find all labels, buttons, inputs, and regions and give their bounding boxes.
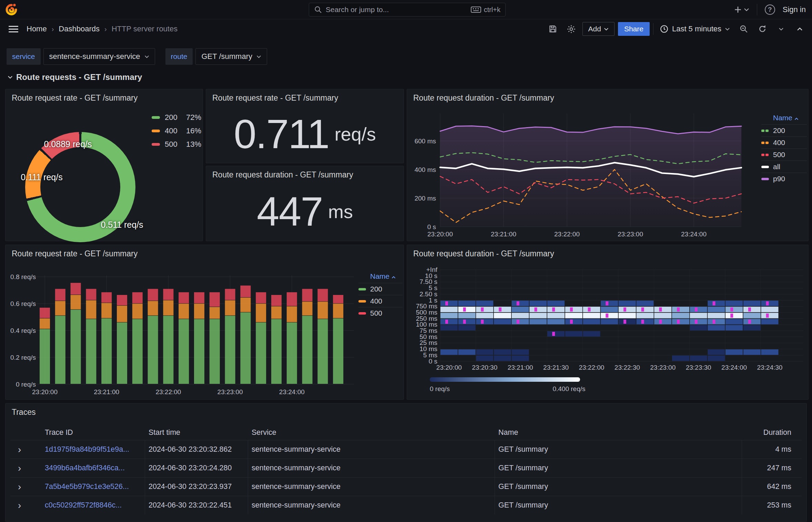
breadcrumb-dashboards[interactable]: Dashboards xyxy=(59,24,100,33)
refresh-interval-dropdown[interactable] xyxy=(773,22,789,36)
sort-asc-icon xyxy=(392,276,396,279)
legend-item-p90[interactable]: p90 xyxy=(761,173,807,185)
zoom-out-button[interactable] xyxy=(736,22,751,36)
expand-row-icon[interactable]: › xyxy=(10,478,41,496)
panel-traces: Traces Trace IDStart timeServiceNameDura… xyxy=(5,403,807,522)
svg-text:23:24:00: 23:24:00 xyxy=(721,364,747,371)
variable-label-service: service xyxy=(7,48,41,65)
legend-item-400[interactable]: 400 xyxy=(761,136,807,149)
breadcrumb-home[interactable]: Home xyxy=(27,24,47,33)
svg-text:23:22:00: 23:22:00 xyxy=(579,364,604,371)
legend-item-500[interactable]: 500 xyxy=(358,307,403,319)
legend-item-500[interactable]: 500 xyxy=(761,149,807,161)
panel-duration-timeseries: Route request duration - GET /summary 0 … xyxy=(407,89,809,241)
panel-request-rate-stat: Route request rate - GET /summary 0.711 … xyxy=(206,89,404,163)
column-header-service[interactable]: Service xyxy=(248,425,495,440)
panel-request-rate-donut: Route request rate - GET /summary 0.511 … xyxy=(5,89,203,241)
legend-color-icon xyxy=(358,300,366,303)
heatmap-plot: +Inf10 s7.50 s5 s2.50 s1 s750 ms500 ms25… xyxy=(407,245,809,400)
svg-text:0 req/s: 0 req/s xyxy=(16,381,36,388)
menu-toggle-icon[interactable] xyxy=(9,26,18,33)
traces-table: Trace IDStart timeServiceNameDuration› 1… xyxy=(10,425,802,514)
svg-text:200 ms: 200 ms xyxy=(415,195,436,202)
legend-color-icon xyxy=(761,154,769,156)
expand-row-icon[interactable]: › xyxy=(10,440,41,459)
legend-item-200[interactable]: 200 xyxy=(761,124,807,136)
breadcrumb-separator: › xyxy=(104,25,107,33)
search-icon xyxy=(314,6,322,14)
timeseries-plot: 0 s200 ms400 ms600 ms23:20:0023:21:0023:… xyxy=(407,89,809,242)
chevron-down-icon xyxy=(604,28,609,31)
stat-value: 447 xyxy=(257,188,323,235)
bar-chart-plot: 0 req/s0.2 req/s0.4 req/s0.6 req/s0.8 re… xyxy=(6,245,404,400)
stat-unit: req/s xyxy=(335,123,376,145)
svg-text:0.8 req/s: 0.8 req/s xyxy=(10,273,36,280)
svg-text:23:24:30: 23:24:30 xyxy=(757,364,782,371)
panel-title: Traces xyxy=(12,408,35,417)
legend-color-icon xyxy=(761,166,769,168)
legend-sort-name[interactable]: Name xyxy=(358,270,403,283)
table-row: › 1d1975f9a84b99f51e9a... 2024-06-30 23:… xyxy=(10,440,802,459)
chevron-down-icon xyxy=(725,28,730,31)
save-dashboard-button[interactable] xyxy=(545,22,560,36)
svg-text:23:24:00: 23:24:00 xyxy=(279,388,305,396)
donut-label-200: 0.511 req/s xyxy=(101,220,143,230)
trace-id-link[interactable]: 7a5b4e5b979c1e3e526... xyxy=(45,482,129,491)
column-header-trace-id[interactable]: Trace ID xyxy=(41,425,145,440)
chevron-down-icon xyxy=(8,75,13,79)
add-panel-button[interactable]: Add xyxy=(582,22,615,36)
variable-label-route: route xyxy=(165,48,193,65)
svg-text:23:24:00: 23:24:00 xyxy=(681,231,707,238)
variable-route-dropdown[interactable]: GET /summary xyxy=(195,48,267,65)
clock-icon xyxy=(660,24,669,33)
share-button[interactable]: Share xyxy=(618,22,650,36)
legend-item-200[interactable]: 200 xyxy=(358,283,403,295)
panel-duration-heatmap: Route request duration - GET /summary +I… xyxy=(407,245,809,400)
legend-item-200[interactable]: 20072% xyxy=(152,111,201,124)
collapse-toolbar-button[interactable] xyxy=(792,22,807,36)
dashboard-row-toggle[interactable]: Route requests - GET /summary xyxy=(8,72,142,82)
svg-text:0.4 req/s: 0.4 req/s xyxy=(10,327,36,334)
add-new-button[interactable] xyxy=(733,5,749,14)
bar-chart-legend: Name 200 400 500 xyxy=(358,270,403,319)
legend-item-400[interactable]: 400 xyxy=(358,295,403,307)
legend-item-400[interactable]: 40016% xyxy=(152,124,201,137)
legend-color-icon xyxy=(358,288,366,290)
panel-title: Route request rate - GET /summary xyxy=(12,93,138,103)
donut-hole xyxy=(40,147,120,227)
chevron-down-icon xyxy=(144,55,149,58)
legend-sort-name[interactable]: Name xyxy=(761,112,807,124)
search-input[interactable]: Search or jump to... ctrl+k xyxy=(309,3,506,17)
panel-title: Route request rate - GET /summary xyxy=(212,93,338,103)
legend-item-all[interactable]: all xyxy=(761,161,807,173)
variable-service-dropdown[interactable]: sentence-summary-service xyxy=(43,48,155,65)
dashboard-settings-button[interactable] xyxy=(564,22,579,36)
stat-value: 0.711 xyxy=(234,111,329,157)
panel-title: Route request duration - GET /summary xyxy=(413,93,554,103)
legend-item-500[interactable]: 50013% xyxy=(152,137,201,151)
help-icon[interactable]: ? xyxy=(765,4,775,15)
svg-text:0.2 req/s: 0.2 req/s xyxy=(10,354,36,361)
refresh-button[interactable] xyxy=(755,22,770,36)
svg-text:23:20:00: 23:20:00 xyxy=(32,388,58,396)
chevron-down-icon xyxy=(744,8,749,11)
trace-id-link[interactable]: c0c50292ff572f8846c... xyxy=(45,501,122,510)
sign-in-button[interactable]: Sign in xyxy=(783,5,806,14)
svg-text:23:23:00: 23:23:00 xyxy=(217,388,243,396)
time-range-picker[interactable]: Last 5 minutes xyxy=(657,22,733,36)
svg-text:23:21:30: 23:21:30 xyxy=(543,364,569,371)
trace-id-link[interactable]: 3499b6a4bafb6f346ca... xyxy=(45,464,125,472)
column-header-duration[interactable]: Duration xyxy=(742,425,802,440)
expand-row-icon[interactable]: › xyxy=(10,459,41,477)
gear-icon xyxy=(567,24,576,34)
table-row: › c0c50292ff572f8846c... 2024-06-30 23:2… xyxy=(10,496,802,514)
svg-text:23:23:00: 23:23:00 xyxy=(650,364,676,371)
grafana-logo-icon[interactable] xyxy=(5,3,18,17)
breadcrumb-current: HTTP server routes xyxy=(112,24,178,33)
trace-id-link[interactable]: 1d1975f9a84b99f51e9a... xyxy=(45,445,129,454)
divider xyxy=(653,23,653,35)
expand-row-icon[interactable]: › xyxy=(10,496,41,514)
column-header-start-time[interactable]: Start time xyxy=(145,425,248,440)
column-header-name[interactable]: Name xyxy=(495,425,742,440)
search-placeholder: Search or jump to... xyxy=(326,6,467,14)
